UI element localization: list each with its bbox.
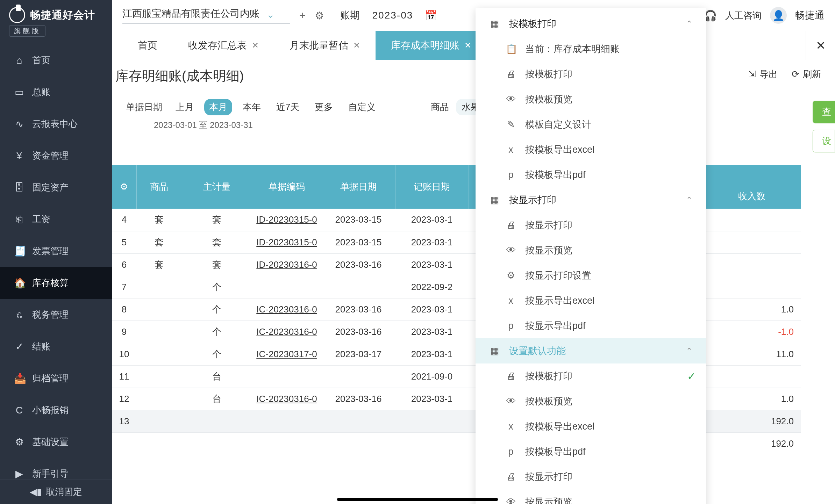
menu-item[interactable]: p按显示导出pdf <box>476 313 706 338</box>
menu-item-icon: ✎ <box>506 119 516 130</box>
sidebar-item[interactable]: ⚙基础设置 <box>0 426 112 458</box>
menu-item[interactable]: 🖨按显示打印 <box>476 213 706 238</box>
menu-group-header[interactable]: ▦按模板打印⌃ <box>476 11 706 36</box>
menu-item-label: 按模板导出pdf <box>525 168 586 181</box>
table-row[interactable]: 12 台 IC-20230316-0 2023-03-16 2023-03-1 … <box>112 388 835 410</box>
sidebar-item[interactable]: ⎌税务管理 <box>0 299 112 331</box>
date-range-option[interactable]: 近7天 <box>271 99 304 115</box>
query-button[interactable]: 查 <box>813 101 835 123</box>
menu-item[interactable]: x按显示导出excel <box>476 288 706 313</box>
sidebar-item[interactable]: 🗄固定资产 <box>0 172 112 203</box>
menu-item[interactable]: 👁按显示预览 <box>476 238 706 263</box>
sidebar-item[interactable]: 📥归档管理 <box>0 362 112 394</box>
user-name[interactable]: 畅捷通 <box>795 9 825 22</box>
menu-group-header[interactable]: ▦按显示打印⌃ <box>476 187 706 213</box>
doc-link[interactable]: IC-20230316-0 <box>256 394 317 404</box>
menu-item[interactable]: 👁按模板预览 <box>476 87 706 112</box>
close-icon[interactable]: ✕ <box>353 41 360 50</box>
menu-item[interactable]: 👁按显示预览 <box>476 489 706 504</box>
menu-item-label: 按显示导出pdf <box>525 319 586 332</box>
tabs: 首页收发存汇总表✕月末批量暂估✕库存成本明细账✕✕ <box>112 31 835 60</box>
company-selector[interactable]: 江西服宝精品有限责任公司内账 ⌄ <box>122 7 290 24</box>
nav-label: 首页 <box>32 54 50 66</box>
table-row[interactable]: 9 个 IC-20230316-0 2023-03-16 2023-03-1 推… <box>112 321 835 343</box>
export-button[interactable]: ⇲导出 <box>748 68 778 80</box>
cell-product <box>136 365 182 388</box>
column-settings[interactable]: ⚙ <box>112 165 136 209</box>
cell-postdate: 2023-03-1 <box>395 231 469 253</box>
sidebar-item[interactable]: ¥资金管理 <box>0 140 112 172</box>
menu-item[interactable]: ⚙按显示打印设置 <box>476 263 706 288</box>
sidebar-item[interactable]: ∿云报表中心 <box>0 108 112 140</box>
menu-item[interactable]: 🖨按模板打印 <box>476 62 706 87</box>
cell-docno <box>252 365 322 388</box>
doc-link[interactable]: ID-20230316-0 <box>256 259 317 270</box>
tab-close-all[interactable]: ✕ <box>806 31 835 60</box>
sidebar-item[interactable]: 🏠库存核算 <box>0 267 112 299</box>
cell-postdate: 2021-09-0 <box>395 365 469 388</box>
menu-item[interactable]: x按模板导出excel <box>476 414 706 439</box>
date-range-option[interactable]: 本月 <box>204 99 232 115</box>
menu-item[interactable]: p按模板导出pdf <box>476 439 706 464</box>
calendar-icon[interactable]: 📅 <box>425 10 437 21</box>
menu-item[interactable]: x按模板导出excel <box>476 137 706 162</box>
table-row[interactable]: 8 个 IC-20230316-0 2023-03-16 2023-03-1 推… <box>112 298 835 321</box>
menu-item[interactable]: 👁按模板预览 <box>476 389 706 414</box>
doc-link[interactable]: ID-20230315-0 <box>256 237 317 247</box>
nav-icon: 🗄 <box>14 182 24 193</box>
sidebar-item[interactable]: C小畅报销 <box>0 394 112 426</box>
table-row[interactable]: 10 个 IC-20230317-0 2023-03-17 2023-03-1 … <box>112 343 835 365</box>
add-button[interactable]: + <box>299 9 306 21</box>
sidebar-item[interactable]: ⎗工资 <box>0 203 112 235</box>
cell-product: 套 <box>136 231 182 253</box>
doc-link[interactable]: IC-20230317-0 <box>256 349 317 359</box>
table-row[interactable]: 5 套 套 ID-20230315-0 2023-03-15 2023-03-1 <box>112 231 835 253</box>
row-index: 5 <box>112 231 136 253</box>
table-row[interactable]: 13 192.0 <box>112 410 835 432</box>
close-icon[interactable]: ✕ <box>464 41 471 50</box>
date-range-option[interactable]: 本年 <box>238 99 266 115</box>
date-range-option[interactable]: 自定义 <box>343 99 380 115</box>
avatar[interactable]: 👤 <box>770 7 787 24</box>
cell-docdate: 2023-03-16 <box>322 321 395 343</box>
doc-link[interactable]: IC-20230316-0 <box>256 326 317 337</box>
settings-button[interactable]: ⚙ <box>315 9 324 22</box>
table-row[interactable]: 11 台 2021-09-0 <box>112 365 835 388</box>
menu-item[interactable]: 📋当前：库存成本明细账 <box>476 36 706 62</box>
table-row[interactable]: 6 套 套 ID-20230316-0 2023-03-16 2023-03-1 <box>112 253 835 276</box>
date-ranges: 上月本月本年近7天更多自定义 <box>171 99 380 115</box>
cell-docdate <box>322 276 395 298</box>
table-row[interactable]: 192.0 <box>112 432 835 455</box>
tab[interactable]: 月末批量暂估✕ <box>274 31 376 60</box>
tab-label: 收发存汇总表 <box>188 39 247 52</box>
consult-link[interactable]: 人工咨询 <box>725 9 762 22</box>
sidebar-item[interactable]: ▭总账 <box>0 76 112 108</box>
table-row[interactable]: 7 个 2022-09-2 <box>112 276 835 298</box>
sidebar-item[interactable]: ⌂首页 <box>0 44 112 76</box>
settings-side-button[interactable]: 设 <box>813 130 835 152</box>
row-index <box>112 432 136 455</box>
close-icon[interactable]: ✕ <box>252 41 259 50</box>
menu-group-header[interactable]: ▦设置默认功能⌃ <box>476 338 706 363</box>
date-label: 单据日期 <box>126 101 162 113</box>
sidebar-item[interactable]: 🧾发票管理 <box>0 235 112 267</box>
menu-item[interactable]: 🖨按显示打印 <box>476 464 706 489</box>
cell-docno: IC-20230316-0 <box>252 321 322 343</box>
tab[interactable]: 收发存汇总表✕ <box>173 31 274 60</box>
date-range-option[interactable]: 上月 <box>171 99 199 115</box>
menu-item[interactable]: 🖨按模板打印✓ <box>476 363 706 389</box>
page-actions: ⇲导出 ⟳刷新 <box>748 68 835 80</box>
sidebar-item[interactable]: ▶新手引导 <box>0 458 112 480</box>
doc-link[interactable]: ID-20230315-0 <box>256 214 317 225</box>
table-row[interactable]: 4 套 套 ID-20230315-0 2023-03-15 2023-03-1 <box>112 209 835 231</box>
menu-item[interactable]: ✎模板自定义设计 <box>476 112 706 137</box>
tab[interactable]: 库存成本明细账✕ <box>376 31 487 60</box>
refresh-button[interactable]: ⟳刷新 <box>792 68 821 80</box>
doc-link[interactable]: IC-20230316-0 <box>256 304 317 315</box>
unpin-button[interactable]: ◀▮ 取消固定 <box>0 480 112 504</box>
menu-item[interactable]: p按模板导出pdf <box>476 162 706 187</box>
sidebar-item[interactable]: ✓结账 <box>0 331 112 362</box>
date-range-option[interactable]: 更多 <box>310 99 338 115</box>
tab[interactable]: 首页 <box>122 31 173 60</box>
menu-item-label: 按模板打印 <box>525 68 572 80</box>
